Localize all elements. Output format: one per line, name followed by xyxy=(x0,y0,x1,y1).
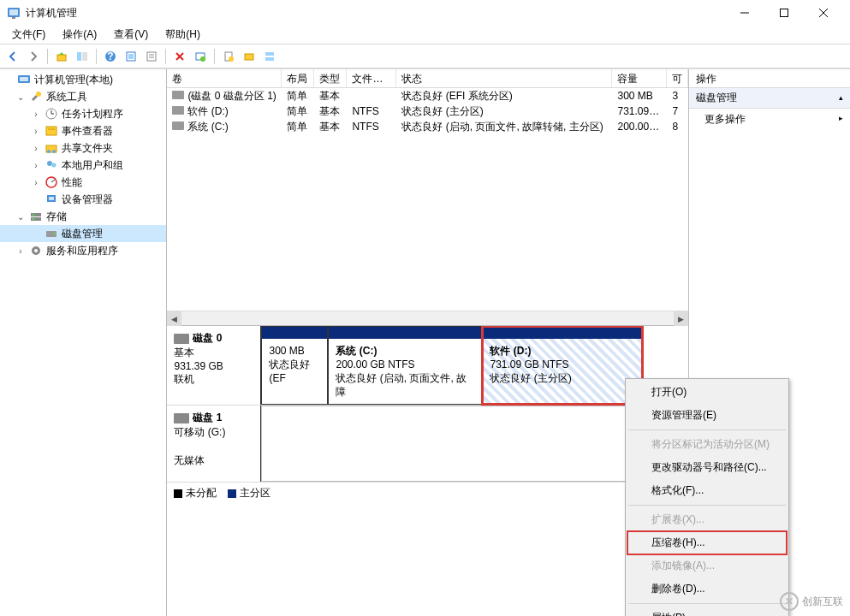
tree-label: 服务和应用程序 xyxy=(46,244,118,258)
cm-change-letter[interactable]: 更改驱动器号和路径(C)... xyxy=(627,456,787,479)
cm-shrink[interactable]: 压缩卷(H)... xyxy=(627,531,787,554)
col-volume[interactable]: 卷 xyxy=(167,69,282,87)
col-fs[interactable]: 文件系统 xyxy=(347,69,396,87)
close-button[interactable] xyxy=(804,0,843,26)
cm-open[interactable]: 打开(O) xyxy=(627,381,787,404)
partition-c[interactable]: 系统 (C:)200.00 GB NTFS状态良好 (启动, 页面文件, 故障 xyxy=(328,326,482,405)
svg-rect-8 xyxy=(77,52,81,61)
properties-button[interactable] xyxy=(142,47,161,66)
disk-icon xyxy=(45,227,58,240)
col-status[interactable]: 状态 xyxy=(396,69,612,87)
tree-local-users[interactable]: ›本地用户和组 xyxy=(0,157,166,174)
volume-row[interactable]: 系统 (C:)简单基本NTFS状态良好 (启动, 页面文件, 故障转储, 主分区… xyxy=(167,119,688,134)
col-free[interactable]: 可 xyxy=(667,69,688,87)
svg-point-35 xyxy=(47,150,51,153)
action-button[interactable] xyxy=(240,47,259,66)
tree-services-apps[interactable]: ›服务和应用程序 xyxy=(0,242,166,259)
svg-point-48 xyxy=(54,233,56,234)
tree-shared-folders[interactable]: ›共享文件夹 xyxy=(0,139,166,157)
menu-help[interactable]: 帮助(H) xyxy=(157,26,209,44)
cm-add-mirror: 添加镜像(A)... xyxy=(627,554,787,578)
show-hide-tree-button[interactable] xyxy=(73,47,92,66)
volume-list: 卷 布局 类型 文件系统 状态 容量 可 (磁盘 0 磁盘分区 1)简单基本状态… xyxy=(167,69,688,326)
app-icon xyxy=(7,6,21,20)
disk-layout: 磁盘 0 基本 931.39 GB 联机 300 MB状态良好 (EF 系统 (… xyxy=(167,326,688,616)
volume-row[interactable]: 软件 (D:)简单基本NTFS状态良好 (主分区)731.09 GB7 xyxy=(167,104,688,119)
help-button[interactable]: ? xyxy=(101,47,120,66)
watermark: ✕ 创新互联 xyxy=(780,592,843,611)
tree-performance[interactable]: ›性能 xyxy=(0,174,166,191)
drive-icon xyxy=(172,121,184,130)
disk0-info[interactable]: 磁盘 0 基本 931.39 GB 联机 xyxy=(167,326,261,405)
col-type[interactable]: 类型 xyxy=(314,69,347,87)
svg-rect-25 xyxy=(265,57,274,61)
svg-rect-4 xyxy=(781,9,788,17)
forward-button[interactable] xyxy=(24,47,43,66)
col-layout[interactable]: 布局 xyxy=(282,69,314,87)
menubar: 文件(F) 操作(A) 查看(V) 帮助(H) xyxy=(0,26,850,44)
refresh-button[interactable] xyxy=(122,47,140,66)
scroll-right-icon[interactable]: ▶ xyxy=(674,311,688,326)
collapse-icon: ▴ xyxy=(839,93,843,102)
delete-button[interactable] xyxy=(170,47,189,66)
computer-icon xyxy=(17,73,31,86)
users-icon xyxy=(45,158,58,172)
svg-point-46 xyxy=(33,218,34,220)
scroll-left-icon[interactable]: ◀ xyxy=(167,311,181,326)
cm-mark-active: 将分区标记为活动分区(M) xyxy=(627,433,787,456)
volume-body[interactable]: (磁盘 0 磁盘分区 1)简单基本状态良好 (EFI 系统分区)300 MB3 … xyxy=(167,88,688,311)
svg-rect-43 xyxy=(31,213,41,216)
svg-rect-9 xyxy=(82,52,87,61)
actions-more[interactable]: 更多操作▸ xyxy=(689,109,850,130)
maximize-button[interactable] xyxy=(764,0,804,26)
menu-file[interactable]: 文件(F) xyxy=(3,26,54,44)
tree-label: 计算机管理(本地) xyxy=(34,73,113,87)
minimize-button[interactable] xyxy=(725,0,764,26)
cm-explorer[interactable]: 资源管理器(E) xyxy=(627,404,787,427)
disk-row-1: 磁盘 1 可移动 (G:) 无媒体 xyxy=(167,406,688,483)
svg-rect-13 xyxy=(128,54,134,59)
tree-label: 存储 xyxy=(46,210,67,224)
tree-root[interactable]: 计算机管理(本地) xyxy=(0,71,166,88)
partition-efi[interactable]: 300 MB状态良好 (EF xyxy=(261,326,328,405)
tree-system-tools[interactable]: ⌄ 系统工具 xyxy=(0,88,166,105)
tree-task-scheduler[interactable]: ›任务计划程序 xyxy=(0,105,166,122)
svg-line-40 xyxy=(51,180,55,182)
col-capacity[interactable]: 容量 xyxy=(612,69,667,87)
tree-device-manager[interactable]: 设备管理器 xyxy=(0,191,166,208)
cm-delete-vol[interactable]: 删除卷(D)... xyxy=(627,578,787,601)
svg-rect-44 xyxy=(31,217,41,221)
tree-label: 性能 xyxy=(62,175,82,190)
titlebar: 计算机管理 xyxy=(0,0,850,26)
volume-row[interactable]: (磁盘 0 磁盘分区 1)简单基本状态良好 (EFI 系统分区)300 MB3 xyxy=(167,88,688,104)
svg-rect-7 xyxy=(57,55,66,61)
menu-view[interactable]: 查看(V) xyxy=(105,26,157,44)
back-button[interactable] xyxy=(3,47,22,66)
cm-separator xyxy=(628,429,786,430)
cm-format[interactable]: 格式化(F)... xyxy=(627,479,787,502)
up-button[interactable] xyxy=(52,47,71,66)
layout-button[interactable] xyxy=(260,47,279,66)
svg-point-22 xyxy=(229,56,234,62)
partition-d[interactable]: 软件 (D:)731.09 GB NTFS状态良好 (主分区) xyxy=(482,326,643,405)
cm-separator xyxy=(628,603,786,604)
settings-button[interactable] xyxy=(191,47,210,66)
disk-icon xyxy=(174,413,189,424)
legend-primary-swatch xyxy=(228,489,236,498)
center-pane: 卷 布局 类型 文件系统 状态 容量 可 (磁盘 0 磁盘分区 1)简单基本状态… xyxy=(167,69,689,616)
volume-hscroll[interactable]: ◀▶ xyxy=(167,311,688,325)
svg-point-50 xyxy=(34,249,38,252)
actions-section[interactable]: 磁盘管理▴ xyxy=(689,88,850,109)
tree-disk-management[interactable]: 磁盘管理 xyxy=(0,225,166,242)
legend: 未分配 主分区 xyxy=(167,483,688,504)
disk-row-0: 磁盘 0 基本 931.39 GB 联机 300 MB状态良好 (EF 系统 (… xyxy=(167,326,688,406)
volume-header-row: 卷 布局 类型 文件系统 状态 容量 可 xyxy=(167,69,688,88)
tree-event-viewer[interactable]: ›事件查看器 xyxy=(0,122,166,139)
tree-pane[interactable]: 计算机管理(本地) ⌄ 系统工具 ›任务计划程序 ›事件查看器 ›共享文件夹 ›… xyxy=(0,69,167,616)
tree-storage[interactable]: ⌄存储 xyxy=(0,208,166,225)
menu-action[interactable]: 操作(A) xyxy=(54,26,105,44)
disk1-info[interactable]: 磁盘 1 可移动 (G:) 无媒体 xyxy=(167,406,261,482)
new-button[interactable] xyxy=(219,47,238,66)
device-icon xyxy=(45,192,58,206)
cm-properties[interactable]: 属性(P) xyxy=(627,607,787,616)
